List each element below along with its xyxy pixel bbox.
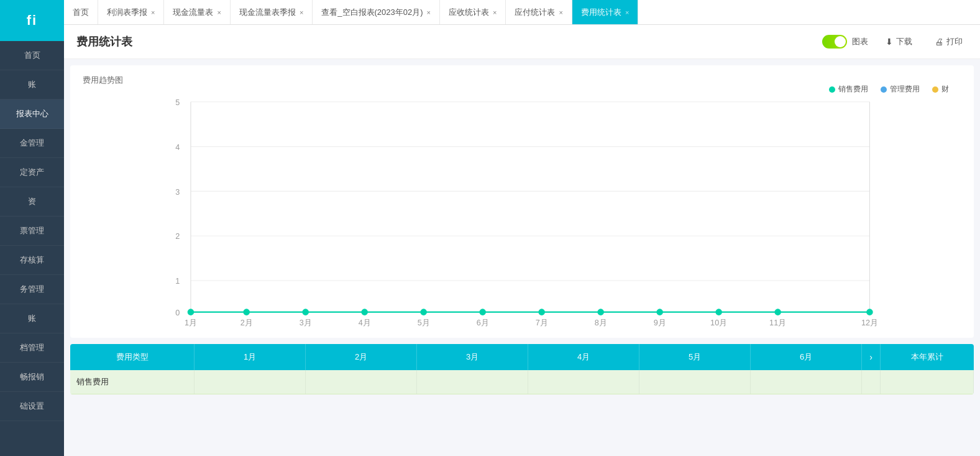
chart-legend: 销售费用 管理费用 财 <box>829 84 949 95</box>
td-m1 <box>195 370 306 394</box>
th-m5: 5月 <box>639 344 751 370</box>
td-m3 <box>417 370 528 394</box>
sidebar-item-inventory[interactable]: 存核算 <box>0 246 64 275</box>
svg-text:1: 1 <box>175 277 180 286</box>
tab-cashflow-quarter[interactable]: 现金流量表季报 × <box>231 0 313 24</box>
print-icon: 🖨 <box>935 37 943 47</box>
svg-text:12月: 12月 <box>861 319 878 327</box>
svg-text:7月: 7月 <box>536 319 548 327</box>
tab-close-cashflow-quarter[interactable]: × <box>300 9 303 16</box>
table-nav-next[interactable]: › <box>867 352 875 362</box>
tab-close-cashflow[interactable]: × <box>217 9 221 16</box>
svg-text:11月: 11月 <box>769 319 786 327</box>
svg-text:5月: 5月 <box>418 319 430 327</box>
svg-text:4: 4 <box>175 143 180 152</box>
td-ytd <box>881 370 974 394</box>
page-header: 费用统计表 图表 ⬇ 下载 🖨 打印 <box>64 25 980 59</box>
legend-finance: 财 <box>932 84 949 95</box>
tab-bar: 首页 利润表季报 × 现金流量表 × 现金流量表季报 × 查看_空白报表(202… <box>64 0 980 25</box>
td-m4 <box>528 370 639 394</box>
chart-toggle-label: 图表 <box>852 36 868 47</box>
svg-point-20 <box>479 309 486 315</box>
trend-chart: 5 4 3 2 1 0 <box>83 92 961 328</box>
tab-close-receivable[interactable]: × <box>493 9 497 16</box>
sidebar-item-home[interactable]: 首页 <box>0 41 64 70</box>
td-nav-spacer <box>862 370 881 394</box>
legend-admin: 管理费用 <box>881 84 920 95</box>
th-ytd: 本年累计 <box>881 344 974 370</box>
sidebar-item-archive[interactable]: 档管理 <box>0 333 64 363</box>
download-button[interactable]: ⬇ 下载 <box>881 34 917 50</box>
sidebar-item-ledger[interactable]: 账 <box>0 70 64 100</box>
content-area: 费用统计表 图表 ⬇ 下载 🖨 打印 费用趋势图 <box>64 25 980 456</box>
svg-text:9月: 9月 <box>654 319 666 327</box>
sidebar-item-settings[interactable]: 础设置 <box>0 392 64 421</box>
svg-point-23 <box>656 309 663 315</box>
tab-home[interactable]: 首页 <box>64 0 98 24</box>
tab-close-blank-report[interactable]: × <box>427 9 431 16</box>
svg-point-15 <box>188 309 195 315</box>
sidebar-item-service[interactable]: 务管理 <box>0 275 64 304</box>
page-title: 费用统计表 <box>76 34 132 49</box>
th-m1: 1月 <box>195 344 306 370</box>
svg-point-24 <box>715 309 722 315</box>
svg-point-18 <box>361 309 368 315</box>
tab-profit-quarter[interactable]: 利润表季报 × <box>98 0 164 24</box>
tab-blank-report[interactable]: 查看_空白报表(2023年02月) × <box>313 0 440 24</box>
svg-text:5: 5 <box>175 98 180 107</box>
th-m4: 4月 <box>528 344 639 370</box>
tab-close-profit-quarter[interactable]: × <box>151 9 155 16</box>
svg-text:3月: 3月 <box>300 319 312 327</box>
svg-point-17 <box>302 309 309 315</box>
svg-text:6月: 6月 <box>477 319 489 327</box>
svg-text:4月: 4月 <box>359 319 371 327</box>
sidebar-item-investment[interactable]: 资 <box>0 187 64 216</box>
svg-text:3: 3 <box>175 188 180 197</box>
tab-payable[interactable]: 应付统计表 × <box>506 0 572 24</box>
tab-cashflow[interactable]: 现金流量表 × <box>164 0 230 24</box>
tab-close-expense[interactable]: × <box>625 9 629 16</box>
sidebar-logo: fi <box>0 0 64 41</box>
tab-close-payable[interactable]: × <box>559 9 562 16</box>
th-nav: › <box>862 344 881 370</box>
th-m3: 3月 <box>417 344 528 370</box>
sidebar-item-reports[interactable]: 报表中心 <box>0 100 64 129</box>
td-m2 <box>306 370 417 394</box>
header-actions: 图表 ⬇ 下载 🖨 打印 <box>822 34 968 50</box>
chart-container: 费用趋势图 销售费用 管理费用 财 <box>70 65 974 338</box>
td-type: 销售费用 <box>70 370 195 394</box>
svg-text:2月: 2月 <box>240 319 253 327</box>
svg-point-16 <box>243 309 250 315</box>
sidebar-item-account[interactable]: 账 <box>0 304 64 333</box>
svg-text:1月: 1月 <box>185 319 197 327</box>
svg-text:8月: 8月 <box>595 319 607 327</box>
th-type: 费用类型 <box>70 344 195 370</box>
th-m6: 6月 <box>751 344 862 370</box>
td-m5 <box>639 370 751 394</box>
svg-point-25 <box>774 309 781 315</box>
print-button[interactable]: 🖨 打印 <box>930 34 968 50</box>
tab-expense[interactable]: 费用统计表 × <box>572 0 638 24</box>
td-m6 <box>751 370 862 394</box>
sidebar-item-invoice[interactable]: 票管理 <box>0 216 64 246</box>
svg-point-22 <box>597 309 604 315</box>
legend-dot-admin <box>881 86 887 93</box>
sidebar-item-cancel[interactable]: 畅报销 <box>0 363 64 392</box>
svg-point-26 <box>866 309 873 315</box>
legend-dot-finance <box>932 86 938 93</box>
tab-receivable[interactable]: 应收统计表 × <box>440 0 506 24</box>
sidebar-item-finance[interactable]: 金管理 <box>0 129 64 158</box>
sidebar: fi 首页 账 报表中心 金管理 定资产 资 票管理 存核算 务管理 账 档管理… <box>0 0 64 456</box>
sidebar-item-assets[interactable]: 定资产 <box>0 158 64 187</box>
svg-point-21 <box>538 309 545 315</box>
chart-toggle-group: 图表 <box>822 35 868 49</box>
svg-point-19 <box>420 309 427 315</box>
table-header: 费用类型 1月 2月 3月 4月 5月 6月 › 本年累计 <box>70 344 974 370</box>
legend-sales: 销售费用 <box>829 84 868 95</box>
th-m2: 2月 <box>306 344 417 370</box>
main-area: 首页 利润表季报 × 现金流量表 × 现金流量表季报 × 查看_空白报表(202… <box>64 0 980 456</box>
download-icon: ⬇ <box>886 37 893 47</box>
chart-toggle[interactable] <box>822 35 847 49</box>
table-row: 销售费用 <box>70 370 974 394</box>
legend-dot-sales <box>829 86 835 93</box>
